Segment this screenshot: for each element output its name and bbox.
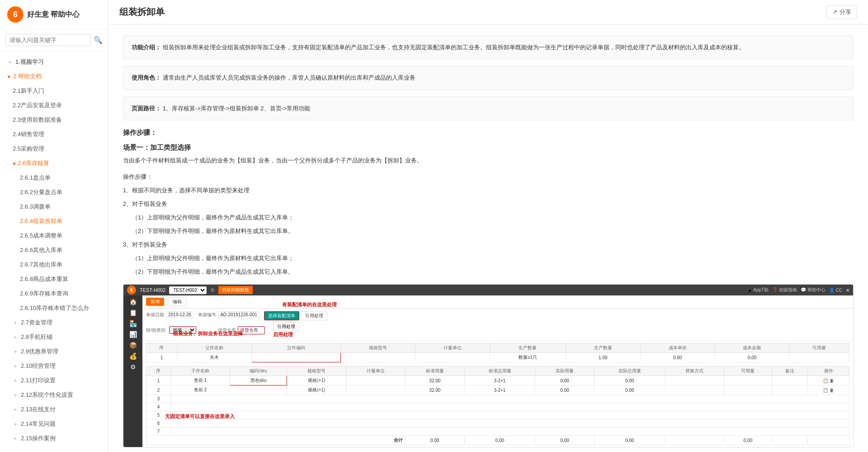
sidebar-item-otherinstock[interactable]: 2.6.6其他入库单	[0, 243, 108, 257]
intro-text: 功能介绍： 组装拆卸单用来处理企业组装或拆卸等加工业务，支持有固定装配清单的产品…	[132, 42, 845, 52]
sidebar-item-splitstock[interactable]: 2.6.2分量盘点单	[0, 185, 108, 200]
mock-lower-table-area: 无固定清单可以直接在这里录入 序 子件名称 编码/sku 规格型号	[142, 364, 853, 447]
sidebar-item-stockerror[interactable]: 2.6.10库存账本错了怎么办	[0, 301, 108, 315]
plus-icon-finance: ＋	[13, 319, 18, 327]
mock-annotation4: 无固定清单可以直接在这里录入	[165, 412, 235, 420]
steps-title: 操作步骤：	[123, 128, 854, 137]
mock-parent-code-input[interactable]	[285, 355, 307, 360]
mock-close-icon[interactable]: ✕	[846, 288, 849, 293]
mock-billno-value: AD-20191226-001	[218, 311, 259, 318]
sidebar-item-cases[interactable]: ＋ 2.15操作案例	[0, 431, 108, 446]
mock-billno-label: 单据编号	[198, 312, 216, 318]
mock-money-icon[interactable]: 💰	[129, 352, 137, 360]
mock-doc-icon[interactable]: 📋	[129, 309, 137, 316]
mock-th-parent-name: 父件名称	[177, 343, 251, 353]
sidebar-item-costadj[interactable]: 2.6.5成本调整单	[0, 228, 108, 243]
mock-lower-row4: 4	[146, 403, 849, 411]
role-block: 使用角色： 通常由生产人员或库管人员完成拆装业务的操作，库管人员确认原材料的出库…	[123, 66, 854, 90]
sidebar-item-goodscost[interactable]: 2.6.8商品成本重算	[0, 272, 108, 286]
step3: 3、对于拆装业务	[123, 239, 854, 251]
sidebar-item-video[interactable]: ＋ 1.视频学习	[0, 55, 108, 69]
mock-home-icon[interactable]: 🏠	[129, 298, 137, 305]
mock-assembly-field: 选择装配清单 引用处理 有装配清单的在这里处理	[264, 311, 327, 320]
mock-store-icon[interactable]: 🏪	[129, 320, 137, 327]
sidebar-item-help[interactable]: ● 2.帮助文档	[0, 69, 108, 84]
mock-tab-new[interactable]: 新增	[146, 298, 164, 306]
inventory-dot-icon: ●	[13, 160, 16, 167]
steps-title2: 操作步骤：	[123, 171, 854, 183]
sidebar-item-stockquery[interactable]: 2.6.9库存账本查询	[0, 286, 108, 301]
search-area: 🔍	[0, 29, 108, 51]
mock-app-frame: 6 TEST-H002 TEST-H002 ⚙ 切换到旗舰版 📱 AppT助 ❓…	[123, 284, 854, 447]
sidebar-item-sales[interactable]: 2.4销售管理	[0, 127, 108, 142]
sidebar-item-install[interactable]: 2.2产品安装及登录	[0, 98, 108, 113]
mock-help-icon: 💬 帮助中心	[801, 287, 826, 293]
mock-date-label: 单据日期	[146, 312, 164, 318]
sidebar-item-transfer[interactable]: 2.6.3调拨单	[0, 200, 108, 214]
plus-icon-coupon: ＋	[13, 348, 18, 356]
mock-user-icon: 👤 CC	[829, 288, 842, 293]
content-area: 功能介绍： 组装拆卸单用来处理企业组装或拆卸等加工业务，支持有固定装配清单的产品…	[108, 24, 868, 452]
mock-lower-row2: 2 售前 2 规格(+1) 32.00 3-2+1 0.00 0.00	[146, 385, 849, 395]
sidebar-item-assembly[interactable]: 2.6.4组装拆卸单	[0, 214, 108, 228]
sidebar-item-mobile[interactable]: ＋ 2.8手机旺铺	[0, 330, 108, 344]
step2: 2、对于组装业务	[123, 198, 854, 210]
mock-billno-field: 单据编号 AD-20191226-001	[198, 311, 259, 318]
mock-lower-row6: 6	[146, 419, 849, 428]
sidebar-item-onlinepay[interactable]: ＋ 2.13在线支付	[0, 402, 108, 417]
mock-th-seq: 序	[146, 343, 177, 353]
mock-settings2-icon[interactable]: ⚙	[130, 363, 136, 371]
mock-chart-icon[interactable]: 📊	[129, 331, 137, 338]
step1: 1、根据不同的业务，选择不同单据的类型来处理	[123, 185, 854, 196]
plus-icon-operations: ＋	[13, 362, 18, 370]
nav-tree: ＋ 1.视频学习 ● 2.帮助文档 2.1新手入门 2.2产品安装及登录 2.3…	[0, 51, 108, 452]
scenario1-title: 场景一：加工类型选择	[123, 143, 854, 152]
sidebar-item-coupon[interactable]: ＋ 2.9优惠券管理	[0, 344, 108, 359]
sidebar-item-newcomer[interactable]: 2.1新手入门	[0, 84, 108, 98]
search-input[interactable]	[5, 34, 91, 46]
sidebar-item-data[interactable]: 2.3使用前数据准备	[0, 113, 108, 127]
sidebar-item-otheroutstock[interactable]: 2.6.7其他出库单	[0, 257, 108, 272]
mock-logo: 6	[127, 285, 136, 295]
mock-tab-edit[interactable]: 编辑	[168, 297, 187, 306]
mock-apply-btn[interactable]: 引用处理	[301, 311, 327, 320]
mock-upper-table-area: 序 父件名称 父件编码 规格型号 计量单位 生产数量 生产数量 成本单价 成本金	[142, 341, 853, 364]
sidebar-item-print[interactable]: ＋ 2.11打印设置	[0, 373, 108, 388]
mock-apply2-btn[interactable]: 引用处理	[273, 322, 299, 331]
mock-assembly-btn[interactable]: 选择装配清单	[264, 311, 299, 320]
sidebar-item-finance[interactable]: ＋ 2.7资金管理	[0, 315, 108, 330]
share-icon: ↗	[832, 9, 837, 15]
sidebar-item-faq[interactable]: ＋ 2.14常见问题	[0, 417, 108, 431]
share-button[interactable]: ↗ 分享	[826, 5, 857, 19]
sidebar-item-purchase[interactable]: 2.5采购管理	[0, 142, 108, 156]
mock-company: TEST-H002	[140, 287, 165, 293]
intro-block: 功能介绍： 组装拆卸单用来处理企业组装或拆卸等加工业务，支持有固定装配清单的产品…	[123, 35, 854, 59]
mock-topbar-right: 📱 AppT助 ❓ 初级指南 💬 帮助中心 👤 CC ✕	[747, 287, 849, 293]
sidebar-item-stocktake[interactable]: 2.6.1盘点单	[0, 171, 108, 185]
step3-2: （2）下部明细为子件明细，最终作为产成品生成其它入库单。	[123, 266, 854, 278]
mock-main-content: 新增 编辑 单据日期 2019-12-26 单据编号	[142, 295, 853, 447]
sidebar-item-inventory[interactable]: ● 2.6库存核算	[0, 156, 108, 171]
mock-lower-row3: 3	[146, 395, 849, 403]
mock-upper-row1: 1 关木 数量≥1只 1.00	[146, 353, 849, 362]
mock-upper-table: 序 父件名称 父件编码 规格型号 计量单位 生产数量 生产数量 成本单价 成本金	[146, 343, 849, 362]
mock-box-icon[interactable]: 📦	[129, 342, 137, 349]
mock-th-unit: 计量单位	[415, 343, 490, 353]
mock-company-select[interactable]: TEST-H002	[169, 286, 207, 294]
logo-icon: 6	[7, 6, 24, 23]
logo-area: 6 好生意 帮助中心	[0, 0, 108, 29]
plus-icon-customize: ＋	[13, 391, 18, 399]
mock-guide-icon: ❓ 初级指南	[772, 287, 797, 293]
mock-nav-btn[interactable]: 切换到旗舰版	[218, 286, 253, 294]
search-button[interactable]: 🔍	[94, 36, 103, 44]
sidebar-item-operations[interactable]: ＋ 2.10经营管理	[0, 359, 108, 373]
sidebar-item-customize[interactable]: ＋ 2.12系统个性化设置	[0, 388, 108, 402]
sidebar: 6 好生意 帮助中心 🔍 ＋ 1.视频学习 ● 2.帮助文档 2.1新手入门 2…	[0, 0, 108, 452]
mock-annotation3: 启用处理	[273, 331, 299, 338]
mock-th-avail: 可用量	[789, 343, 849, 353]
mock-th-spec: 规格型号	[340, 343, 415, 353]
mock-lower-table: 序 子件名称 编码/sku 规格型号 计量单位 标准用量 标准总用量 实际用量	[146, 366, 849, 445]
main-area: 组装拆卸单 ↗ 分享 功能介绍： 组装拆卸单用来处理企业组装或拆卸等加工业务，支…	[108, 0, 868, 452]
mock-annotation1: 有装配清单的在这里处理	[282, 301, 337, 308]
page-title: 组装拆卸单	[119, 6, 165, 18]
